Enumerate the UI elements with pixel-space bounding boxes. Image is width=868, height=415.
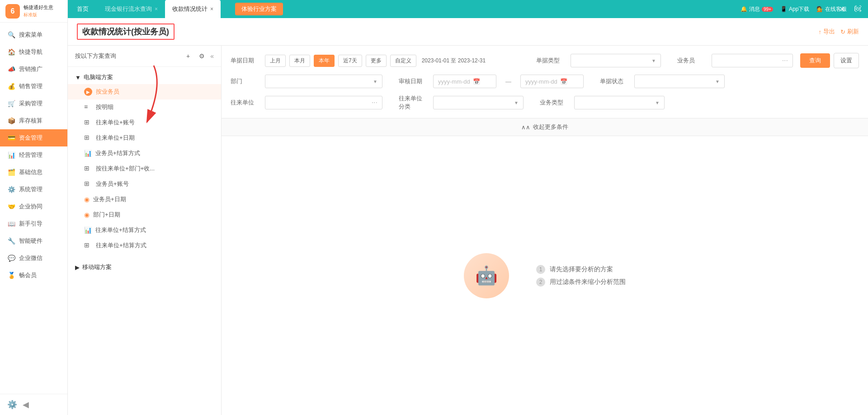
scheme-item-partner-dept[interactable]: ⊞ 按往来单位+部门+收... (68, 161, 221, 176)
scheme-item-partner-payment1[interactable]: 📊 往来单位+结算方式 (68, 222, 221, 238)
sidebar-item-wechat[interactable]: 💬 企业微信 (0, 250, 67, 267)
expand-icon: ▼ (75, 74, 81, 81)
mobile-scheme-group[interactable]: ▶ 移动端方案 (68, 260, 221, 274)
collapse-bar[interactable]: ∧∧ 收起更多条件 (222, 118, 868, 136)
scheme-item-partner-date[interactable]: ⊞ 往来单位+日期 (68, 130, 221, 146)
sidebar-item-member[interactable]: 🏅 畅会员 (0, 267, 67, 284)
doc-type-label: 单据类型 (536, 57, 563, 65)
doc-type-arrow: ▼ (651, 58, 656, 63)
scheme-item-partner-account[interactable]: ⊞ 往来单位+账号 (68, 115, 221, 130)
sidebar-item-quicknav[interactable]: 🏠 快捷导航 (0, 43, 67, 61)
refresh-button[interactable]: ↻ 刷新 (840, 28, 859, 36)
empty-step-1: 1 请先选择要分析的方案 (536, 265, 626, 274)
tab-close-collection[interactable]: × (210, 6, 213, 12)
query-button[interactable]: 查询 (800, 53, 830, 68)
doc-status-label: 单据状态 (600, 77, 627, 85)
scheme-bar-icon2: 📊 (84, 150, 92, 157)
date-btn-this-month[interactable]: 本月 (289, 55, 310, 67)
tab-collection-stats[interactable]: 收款情况统计 × (165, 0, 221, 18)
partner-more-icon: ··· (372, 99, 377, 107)
left-panel-title: 按以下方案查询 (75, 52, 179, 60)
tab-close-bank[interactable]: × (155, 6, 158, 12)
logo-name: 畅捷通好生意 (24, 4, 53, 10)
sidebar-item-purchase[interactable]: 🛒 采购管理 (0, 95, 67, 112)
tab-home[interactable]: 首页 (68, 0, 98, 18)
scheme-item-salesperson-account[interactable]: ⊞ 业务员+账号 (68, 176, 221, 192)
system-icon: ⚙️ (7, 186, 15, 193)
page-header: 收款情况统计(按业务员) ↑ 导出 ↻ 刷新 (68, 18, 868, 46)
date-btn-more[interactable]: 更多 (366, 55, 387, 67)
sidebar-menu: 🔍 搜索菜单 🏠 快捷导航 📣 营销推广 💰 销售管理 🛒 采购管理 📦 库存核… (0, 23, 67, 394)
scheme-item-salesperson[interactable]: ▶ 按业务员 (68, 84, 221, 99)
sidebar-item-sales[interactable]: 💰 销售管理 (0, 78, 67, 95)
date-btn-7days[interactable]: 近7天 (338, 55, 362, 67)
scheme-item-salesperson-payment[interactable]: 📊 业务员+结算方式 (68, 146, 221, 161)
tab-bank-flow[interactable]: 现金银行流水查询 × (98, 0, 165, 18)
sidebar: 6 畅捷通好生意 标准版 🔍 搜索菜单 🏠 快捷导航 📣 营销推广 💰 销售管理… (0, 0, 68, 415)
calendar-icon2: 📅 (560, 78, 567, 85)
cooperation-icon: 🤝 (7, 203, 15, 210)
sidebar-settings-icon[interactable]: ⚙️ (7, 400, 17, 410)
hardware-icon: 🔧 (7, 237, 15, 245)
sidebar-collapse-icon[interactable]: ◀ (23, 400, 29, 410)
sidebar-bottom: ⚙️ ◀ (0, 394, 67, 415)
scheme-item-detail[interactable]: ≡ 按明细 (68, 99, 221, 115)
review-date-start[interactable]: yyyy-mm-dd 📅 (433, 75, 496, 88)
sidebar-item-inventory[interactable]: 📦 库存核算 (0, 112, 67, 129)
scheme-circle-icon: ▶ (84, 88, 92, 96)
export-button[interactable]: ↑ 导出 (819, 28, 835, 36)
right-panel: 单据日期 上月 本月 本年 近7天 更多 自定义 2023-01-01 至 20… (222, 46, 868, 415)
sidebar-item-guide[interactable]: 📖 新手引导 (0, 215, 67, 232)
date-btn-this-year[interactable]: 本年 (314, 55, 335, 67)
sidebar-item-hardware[interactable]: 🔧 智能硬件 (0, 232, 67, 250)
scheme-circle-icon3: ◉ (84, 211, 90, 218)
empty-illustration: 🤖 (464, 253, 509, 298)
date-filter-control: 上月 本月 本年 近7天 更多 自定义 2023-01-01 至 2023-12… (265, 55, 520, 67)
date-separator: — (505, 78, 511, 85)
panel-collapse-icon[interactable]: « (210, 52, 214, 60)
salesperson-select[interactable]: ··· (712, 54, 793, 67)
review-date-label: 审核日期 (399, 77, 426, 85)
dept-arrow: ▼ (373, 79, 377, 84)
partner-cat-arrow: ▼ (514, 100, 519, 105)
scheme-settings-icon[interactable]: ⚙ (197, 51, 207, 61)
date-btn-custom[interactable]: 自定义 (390, 55, 416, 67)
sidebar-item-basic[interactable]: 🗂️ 基础信息 (0, 164, 67, 181)
date-range-display: 2023-01-01 至 2023-12-31 (422, 57, 486, 65)
date-btn-last-month[interactable]: 上月 (265, 55, 286, 67)
sidebar-item-marketing[interactable]: 📣 营销推广 (0, 61, 67, 78)
logo-edition: 标准版 (24, 12, 53, 18)
scheme-item-salesperson-date[interactable]: ◉ 业务员+日期 (68, 192, 221, 207)
partner-select[interactable]: ··· (265, 96, 382, 109)
dept-select[interactable]: ▼ (265, 75, 382, 88)
filter-row-3: 往来单位 ··· 往来单位分类 ▼ 业务类型 ▼ (231, 94, 859, 111)
biz-type-select[interactable]: ▼ (574, 96, 665, 109)
doc-status-select[interactable]: ▼ (634, 75, 725, 88)
scheme-table-icon3: ⊞ (84, 165, 92, 173)
left-panel: 按以下方案查询 + ⚙ « ▼ 电脑端方案 ▶ 按业务员 ≡ 按明细 (68, 46, 222, 415)
main-content: 🔔 消息 99+ 📱 App下载 💁 在线客服 Rit 体验行业方案 收款情况统… (68, 18, 868, 415)
scheme-table-icon4: ⊞ (84, 180, 92, 188)
review-date-end[interactable]: yyyy-mm-dd 📅 (520, 75, 584, 88)
salesperson-label: 业务员 (677, 57, 704, 65)
scheme-item-dept-date[interactable]: ◉ 部门+日期 (68, 207, 221, 222)
desktop-scheme-group[interactable]: ▼ 电脑端方案 (68, 71, 221, 84)
scheme-bar-icon: ≡ (84, 103, 92, 111)
scheme-table-icon5: ⊞ (84, 241, 92, 250)
partner-category-select[interactable]: ▼ (433, 96, 524, 109)
date-label: 单据日期 (231, 57, 258, 65)
filter-settings-button[interactable]: 设置 (834, 53, 859, 68)
sidebar-item-operation[interactable]: 📊 经营管理 (0, 146, 67, 164)
sidebar-item-search[interactable]: 🔍 搜索菜单 (0, 26, 67, 43)
partner-category-label: 往来单位分类 (399, 94, 426, 111)
add-scheme-btn[interactable]: + (183, 51, 193, 61)
empty-state: 🤖 1 请先选择要分析的方案 2 用过滤条件来缩小分析范围 (222, 136, 868, 415)
sidebar-item-finance[interactable]: 💳 资金管理 (0, 129, 67, 146)
doc-type-select[interactable]: ▼ (571, 54, 661, 67)
sidebar-item-cooperation[interactable]: 🤝 企业协同 (0, 198, 67, 215)
scheme-item-partner-payment2[interactable]: ⊞ 往来单位+结算方式 (68, 238, 221, 253)
collapse-chevron-icon: ∧∧ (521, 124, 530, 131)
scheme-section-mobile: ▶ 移动端方案 (68, 257, 221, 278)
guide-icon: 📖 (7, 220, 15, 227)
sidebar-item-system[interactable]: ⚙️ 系统管理 (0, 181, 67, 198)
